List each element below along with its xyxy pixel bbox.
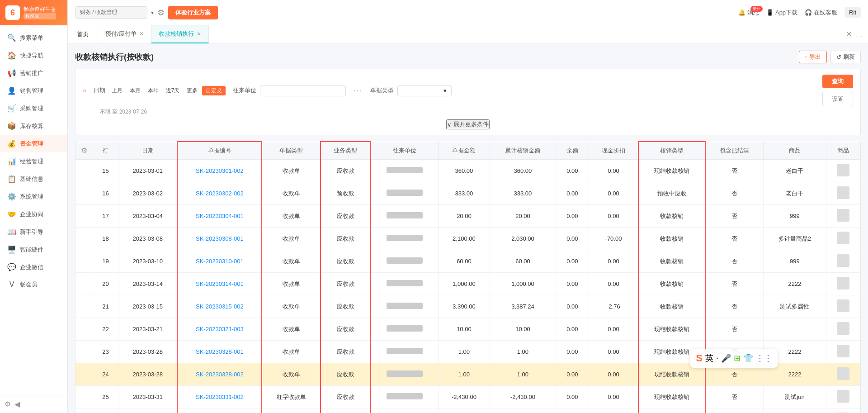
tab-close-all-icon[interactable]: ✕ <box>846 30 852 38</box>
export-icon: ↑ <box>805 54 808 61</box>
notice-button[interactable]: 🔔 消息 99+ <box>738 9 759 17</box>
collapse-icon[interactable]: ◀ <box>14 400 20 408</box>
cell-partner <box>371 228 439 250</box>
sno-link[interactable]: SK-20230310-001 <box>196 258 244 265</box>
tab-prepay-close[interactable]: ✕ <box>139 31 144 37</box>
sno-link[interactable]: SK-20230301-002 <box>196 167 244 174</box>
cell-discount: 0.00 <box>589 160 638 182</box>
sidebar-item-guide[interactable]: 📖 新手引导 <box>0 223 67 241</box>
sidebar-item-purchase[interactable]: 🛒 采购管理 <box>0 100 67 117</box>
sno-link[interactable]: SK-20230304-001 <box>196 213 244 219</box>
breadcrumb-dropdown[interactable]: ▾ <box>151 9 154 16</box>
sidebar-item-member[interactable]: V 畅会员 <box>0 276 67 293</box>
table-row[interactable]: 192023-03-10SK-20230310-001收款单应收款60.0060… <box>75 250 860 273</box>
table-settings-icon[interactable]: ⚙ <box>81 147 87 154</box>
cell-sno: SK-20230314-001 <box>177 273 262 295</box>
col-biztype-header: 业务类型 <box>321 142 371 160</box>
settings-button[interactable]: 设置 <box>822 92 853 106</box>
table-row[interactable]: 262023-04-03SK-20230403-002收款单预收款20.0020… <box>75 408 860 413</box>
service-button[interactable]: 🎧 在线客服 <box>805 9 837 17</box>
table-row[interactable]: 212023-03-15SK-20230315-002收款单应收款3,390.0… <box>75 295 860 318</box>
sno-link[interactable]: SK-20230328-001 <box>196 348 244 355</box>
cell-verifytype: 现结收款核销 <box>638 160 705 182</box>
cell-amount: 2,100.00 <box>439 228 490 250</box>
sidebar-item-inventory[interactable]: 📦 库存核算 <box>0 117 67 135</box>
table-row[interactable]: 152023-03-01SK-20230301-002收款单应收款360.003… <box>75 160 860 182</box>
chat-icon: 💬 <box>7 263 16 271</box>
cell-settled: 否 <box>705 408 764 413</box>
refresh-button[interactable]: ↺ 刷新 <box>830 51 861 63</box>
cell-partner <box>371 408 439 413</box>
cell-amount: 333.00 <box>439 182 490 205</box>
cell-biztype: 应收款 <box>321 250 371 273</box>
cell-amount: 3,390.00 <box>439 295 490 318</box>
sidebar-item-search[interactable]: 🔍 搜索菜单 <box>0 29 67 47</box>
sno-link[interactable]: SK-20230328-002 <box>196 371 244 378</box>
table-row[interactable]: 252023-03-31SK-20230331-002红字收款单应收款-2,43… <box>75 386 860 408</box>
date-7days[interactable]: 近7天 <box>163 86 183 95</box>
export-button[interactable]: ↑ 导出 <box>799 51 827 63</box>
tab-home[interactable]: 首页 <box>68 25 98 43</box>
cell-verifytype: 收款核销 <box>638 295 705 318</box>
date-more[interactable]: 更多 <box>184 86 200 95</box>
table-row[interactable]: 172023-03-04SK-20230304-001收款单应收款20.0020… <box>75 205 860 228</box>
sidebar-item-marketing[interactable]: 📢 营销推广 <box>0 64 67 82</box>
filter-partner-group: 往来单位 <box>233 85 346 96</box>
filter-partner-input[interactable] <box>260 85 346 96</box>
tab-verify-close[interactable]: ✕ <box>197 31 201 37</box>
cell-verified: 1.00 <box>490 363 556 386</box>
sidebar-item-operation[interactable]: 📊 经营管理 <box>0 152 67 170</box>
sidebar-item-sales[interactable]: 👤 销售管理 <box>0 82 67 100</box>
filter-dots[interactable]: ··· <box>353 86 363 95</box>
table-row[interactable]: 162023-03-02SK-20230302-002收款单预收款333.003… <box>75 182 860 205</box>
table-row[interactable]: 202023-03-14SK-20230314-001收款单应收款1,000.0… <box>75 273 860 295</box>
query-button[interactable]: 查询 <box>822 75 853 88</box>
col-partner-header: 往来单位 <box>371 142 439 160</box>
bottom-settings-icon[interactable]: ⚙ <box>5 400 11 408</box>
filter-type-select[interactable]: ▾ <box>397 85 452 96</box>
sidebar-item-hardware[interactable]: 🖥️ 智能硬件 <box>0 241 67 258</box>
tab-verify[interactable]: 收款核销执行 ✕ <box>151 25 209 43</box>
blurred-partner <box>387 257 423 264</box>
goods-thumb <box>837 164 849 176</box>
page-title-row: 收款核销执行(按收款) ↑ 导出 ↺ 刷新 <box>75 51 861 63</box>
sidebar-item-system[interactable]: ⚙️ 系统管理 <box>0 188 67 205</box>
sno-link[interactable]: SK-20230331-002 <box>196 394 244 400</box>
user-menu[interactable]: Rit <box>844 7 861 18</box>
cell-sno: SK-20230328-002 <box>177 363 262 386</box>
sidebar-item-base[interactable]: 📋 基础信息 <box>0 170 67 188</box>
table-row[interactable]: 182023-03-08SK-20230308-001收款单应收款2,100.0… <box>75 228 860 250</box>
filter-expand-button[interactable]: » <box>83 87 86 94</box>
book-icon: 📖 <box>7 228 16 236</box>
refresh-icon: ↺ <box>836 54 841 61</box>
date-last-month[interactable]: 上月 <box>109 86 125 95</box>
solution-button[interactable]: 体验行业方案 <box>168 6 218 19</box>
header-gear-icon[interactable]: ⚙ <box>157 8 165 18</box>
date-custom-button[interactable]: 自定义 <box>202 86 226 95</box>
sno-link[interactable]: SK-20230315-002 <box>196 303 244 310</box>
sno-link[interactable]: SK-20230314-001 <box>196 280 244 287</box>
sidebar-item-shortcut[interactable]: 🏠 快捷导航 <box>0 47 67 64</box>
expand-more-button[interactable]: ∨ 展开更多条件 <box>446 119 490 129</box>
tab-expand-icon[interactable]: ⛶ <box>855 30 863 38</box>
sidebar-item-corp[interactable]: 🤝 企业协同 <box>0 205 67 223</box>
cell-verifytype: 预收中应收 <box>638 182 705 205</box>
date-this-month[interactable]: 本月 <box>127 86 143 95</box>
cell-discount: 0.00 <box>589 273 638 295</box>
date-this-year[interactable]: 本年 <box>145 86 161 95</box>
sidebar-item-finance[interactable]: 💰 资金管理 <box>0 135 67 152</box>
sno-link[interactable]: SK-20230321-003 <box>196 326 244 332</box>
sidebar-item-wechat[interactable]: 💬 企业微信 <box>0 258 67 276</box>
watermark-badge: S 英 · 🎤 ⊞ 👕 ⋮⋮ <box>690 349 778 368</box>
goods-thumb <box>837 254 849 267</box>
cell-settings <box>75 386 93 408</box>
blurred-partner <box>387 190 423 196</box>
table-row[interactable]: 222023-03-21SK-20230321-003收款单应收款10.0010… <box>75 318 860 341</box>
sidebar-logo: 6 畅康道好生意 标准版 <box>0 0 67 25</box>
expand-arrow-icon: ∨ <box>447 121 452 128</box>
sno-link[interactable]: SK-20230308-001 <box>196 235 244 242</box>
cell-goods: 2222 <box>764 273 826 295</box>
tab-prepay[interactable]: 预付/应付单 ✕ <box>98 25 151 43</box>
sno-link[interactable]: SK-20230302-002 <box>196 190 244 197</box>
app-download-button[interactable]: 📱 App下载 <box>766 9 797 17</box>
